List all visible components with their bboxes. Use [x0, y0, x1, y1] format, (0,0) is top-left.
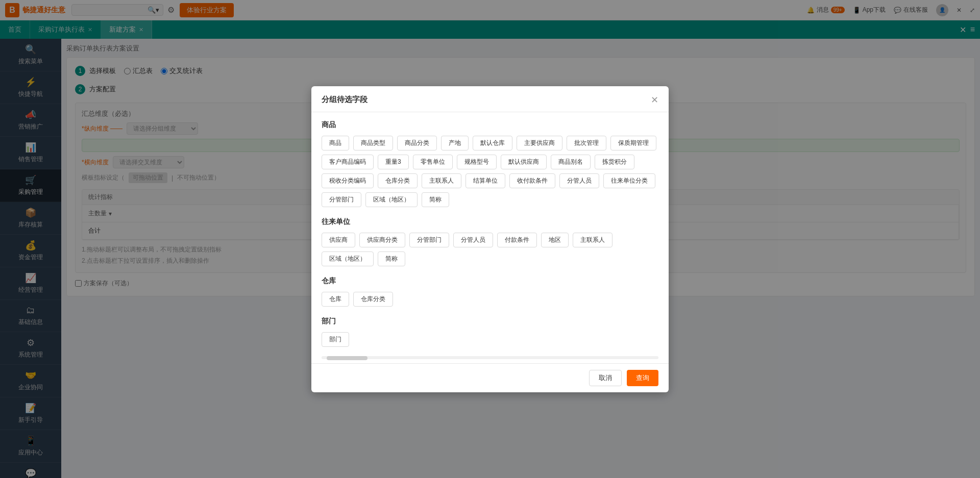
field-tax-code[interactable]: 税收分类编码 — [322, 173, 374, 188]
field-retail-unit[interactable]: 零售单位 — [413, 155, 453, 169]
field-batch-manage[interactable]: 批次管理 — [567, 136, 606, 150]
field-pick-points[interactable]: 拣货积分 — [595, 155, 634, 169]
field-weight[interactable]: 重量3 — [378, 155, 409, 169]
section-warehouse: 仓库 仓库 仓库分类 — [322, 276, 658, 307]
field-mgmt-dept[interactable]: 分管部门 — [409, 233, 449, 247]
field-region[interactable]: 区域（地区） — [365, 192, 418, 207]
field-abbr2[interactable]: 简称 — [378, 251, 405, 266]
warehouse-fields: 仓库 仓库分类 — [322, 292, 658, 307]
field-supervisor-dept[interactable]: 分管部门 — [322, 192, 361, 207]
section-product: 商品 商品 商品类型 商品分类 产地 默认仓库 主要供应商 批次管理 保质期管理… — [322, 120, 658, 207]
field-warehouse[interactable]: 仓库 — [322, 292, 349, 307]
product-fields: 商品 商品类型 商品分类 产地 默认仓库 主要供应商 批次管理 保质期管理 客户… — [322, 136, 658, 207]
field-supervisor[interactable]: 分管人员 — [559, 173, 599, 188]
field-default-supplier[interactable]: 默认供应商 — [501, 155, 547, 169]
confirm-button[interactable]: 查询 — [627, 370, 658, 386]
field-region2[interactable]: 区域（地区） — [322, 251, 374, 266]
field-dept[interactable]: 部门 — [322, 332, 349, 347]
field-select-modal: 分组待选字段 ✕ 商品 商品 商品类型 商品分类 产地 默认仓库 主要供应商 批… — [311, 86, 669, 392]
field-payment-condition[interactable]: 付款条件 — [497, 233, 537, 247]
modal-hscroll[interactable] — [322, 356, 658, 359]
field-default-warehouse[interactable]: 默认仓库 — [473, 136, 512, 150]
section-warehouse-title: 仓库 — [322, 276, 658, 286]
field-spec-model[interactable]: 规格型号 — [457, 155, 497, 169]
field-product[interactable]: 商品 — [322, 136, 349, 150]
field-warehouse-category[interactable]: 仓库分类 — [378, 173, 418, 188]
field-payment-terms[interactable]: 收付款条件 — [509, 173, 555, 188]
section-department: 部门 部门 — [322, 317, 658, 347]
field-supplier-category[interactable]: 供应商分类 — [359, 233, 405, 247]
partner-fields: 供应商 供应商分类 分管部门 分管人员 付款条件 地区 主联系人 区域（地区） … — [322, 233, 658, 266]
dept-fields: 部门 — [322, 332, 658, 347]
modal-footer: 取消 查询 — [311, 363, 669, 392]
field-district[interactable]: 地区 — [541, 233, 569, 247]
field-warehouse-cat[interactable]: 仓库分类 — [353, 292, 393, 307]
field-shelf-life[interactable]: 保质期管理 — [610, 136, 656, 150]
modal-title: 分组待选字段 — [322, 95, 368, 105]
field-product-category[interactable]: 商品分类 — [397, 136, 437, 150]
section-partner-title: 往来单位 — [322, 217, 658, 227]
field-product-alias[interactable]: 商品别名 — [551, 155, 591, 169]
field-supplier[interactable]: 供应商 — [322, 233, 355, 247]
field-partner-category[interactable]: 往来单位分类 — [603, 173, 655, 188]
field-settlement-unit[interactable]: 结算单位 — [465, 173, 505, 188]
section-product-title: 商品 — [322, 120, 658, 130]
field-abbr[interactable]: 简称 — [422, 192, 449, 207]
modal-overlay: 分组待选字段 ✕ 商品 商品 商品类型 商品分类 产地 默认仓库 主要供应商 批… — [0, 0, 980, 478]
modal-hscroll-thumb[interactable] — [327, 356, 368, 360]
field-main-contact[interactable]: 主联系人 — [422, 173, 461, 188]
section-partner: 往来单位 供应商 供应商分类 分管部门 分管人员 付款条件 地区 主联系人 区域… — [322, 217, 658, 266]
section-department-title: 部门 — [322, 317, 658, 326]
field-product-type[interactable]: 商品类型 — [353, 136, 393, 150]
field-origin[interactable]: 产地 — [441, 136, 469, 150]
field-main-contact2[interactable]: 主联系人 — [573, 233, 612, 247]
modal-close-button[interactable]: ✕ — [651, 94, 658, 106]
field-customer-code[interactable]: 客户商品编码 — [322, 155, 374, 169]
modal-body: 商品 商品 商品类型 商品分类 产地 默认仓库 主要供应商 批次管理 保质期管理… — [311, 112, 669, 357]
modal-header: 分组待选字段 ✕ — [311, 86, 669, 112]
field-main-supplier[interactable]: 主要供应商 — [517, 136, 562, 150]
cancel-button[interactable]: 取消 — [589, 370, 622, 386]
field-mgmt-person[interactable]: 分管人员 — [453, 233, 493, 247]
